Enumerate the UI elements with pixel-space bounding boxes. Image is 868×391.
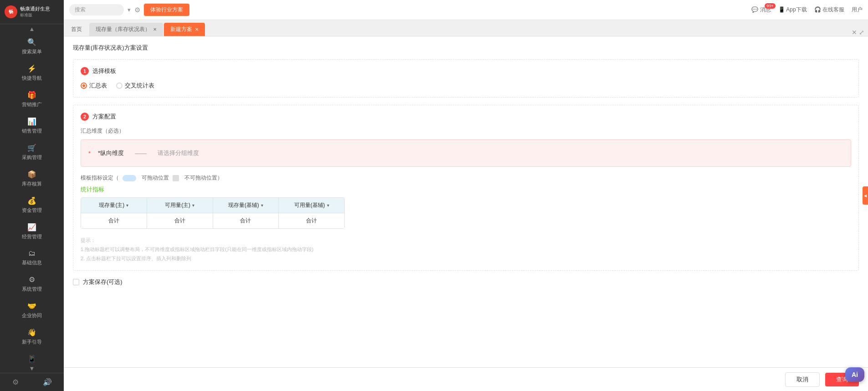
radio-crosstab[interactable]: 交叉统计表 [116,82,154,90]
vertical-label: *纵向维度 [98,149,124,157]
col1-chevron: ▾ [192,203,194,208]
step2-header: 2 方案配置 [81,113,851,121]
topbar-right: 💬 消息 99+ 📱 App下载 🎧 在线客服 用户 [751,6,863,14]
settings-icon[interactable]: ⚙ [12,378,19,386]
tab-new-scheme-close[interactable]: ✕ [195,27,199,32]
stats-title: 统计指标 [81,185,851,194]
col3-chevron: ▾ [327,203,329,208]
step1-header: 1 选择模板 [81,67,851,75]
required-star: * [88,150,91,157]
marketing-icon: 🎁 [27,91,36,99]
app-center-icon: 📱 [27,355,36,363]
radio-crosstab-dot [116,82,123,89]
sidebar-item-marketing[interactable]: 🎁 营销推广 [0,86,64,113]
basic-icon: 🗂 [28,249,36,257]
col2-chevron: ▾ [261,203,263,208]
cancel-button[interactable]: 取消 [785,372,820,387]
step2-num: 2 [81,113,89,121]
sidebar-item-quick-nav[interactable]: ⚡ 快捷导航 [0,60,64,86]
newbie-icon: 👋 [27,328,36,337]
stats-table-header: 现存量(主) ▾ 可用量(主) ▾ 现存量(基辅) ▾ 可用量(基辅) [81,198,344,213]
sidebar-scroll-down[interactable]: ▼ [0,364,64,373]
tab-home[interactable]: 首页 [65,23,88,36]
page-title: 现存量(库存状况表)方案设置 [73,44,859,52]
summary-dimension-label: 汇总维度（必选） [81,127,851,135]
sidebar-item-system[interactable]: ⚙ 系统管理 [0,271,64,297]
stats-col-3[interactable]: 可用量(基辅) ▾ [279,198,344,213]
sidebar-item-purchase[interactable]: 🛒 采购管理 [0,139,64,165]
tabbar-right: ✕ ⤢ [852,29,868,36]
search-icon: 🔍 [27,38,36,46]
sidebar-scroll-up[interactable]: ▲ [0,24,64,33]
company-icon: 🤝 [27,302,36,310]
sidebar-item-business[interactable]: 📈 经营管理 [0,218,64,245]
quick-nav-icon: ⚡ [27,64,36,73]
system-icon: ⚙ [29,275,35,284]
online-service-btn[interactable]: 🎧 在线客服 [814,6,844,14]
sidebar-logo: 畅 畅康通好生意 标准版 [0,0,64,24]
finance-icon: 💰 [27,196,36,205]
window-close-icon[interactable]: ✕ [852,29,857,36]
non-draggable-mark [173,175,179,181]
stats-cell-3: 合计 [279,213,344,228]
sidebar-item-finance[interactable]: 💰 资金管理 [0,192,64,218]
stats-cell-2: 合计 [213,213,279,228]
business-icon: 📈 [27,223,36,232]
col0-chevron: ▾ [126,203,128,208]
sidebar-item-basic[interactable]: 🗂 基础信息 [0,245,64,271]
tab-new-scheme[interactable]: 新建方案 ✕ [164,23,205,36]
stats-col-1[interactable]: 可用量(主) ▾ [147,198,213,213]
topbar-search-placeholder[interactable]: 搜索 [69,4,124,15]
message-icon: 💬 [751,6,758,13]
sidebar-item-search[interactable]: 🔍 搜索菜单 [0,33,64,60]
collapse-handle[interactable]: ◀ [863,186,868,205]
stats-table: 现存量(主) ▾ 可用量(主) ▾ 现存量(基辅) ▾ 可用量(基辅) [81,197,345,229]
stats-col-2[interactable]: 现存量(基辅) ▾ [213,198,279,213]
step1-section: 1 选择模板 汇总表 交叉统计表 [73,59,859,98]
main-area: 搜索 ▾ ⚙ 体验行业方案 💬 消息 99+ 📱 App下载 🎧 在线客服 用户 [64,0,868,391]
tab-inventory[interactable]: 现存量（库存状况表） ✕ [89,23,163,36]
dimension-box[interactable]: * *纵向维度 —— 请选择分组维度 [81,139,851,167]
radio-summary[interactable]: 汇总表 [81,82,107,90]
indicator-section: 模板指标设定（ 可拖动位置 不可拖动位置） 统计指标 现存量(主) ▾ 可用 [81,174,851,263]
topbar-gear-icon[interactable]: ⚙ [134,6,140,14]
headset-icon: 🎧 [814,6,821,13]
save-label: 方案保存(可选) [83,278,123,286]
tabbar: 首页 现存量（库存状况表） ✕ 新建方案 ✕ ✕ ⤢ [64,20,868,36]
logo-text: 畅康通好生意 标准版 [20,5,50,18]
messages-btn[interactable]: 💬 消息 99+ [751,6,771,14]
stats-cell-0: 合计 [81,213,147,228]
sidebar-item-sales[interactable]: 📊 销售管理 [0,113,64,139]
template-options: 汇总表 交叉统计表 [81,82,851,90]
draggable-badge [123,175,136,181]
ai-fab-button[interactable]: Ai [845,367,864,382]
stats-cell-1: 合计 [147,213,213,228]
save-checkbox[interactable] [73,279,79,285]
dimension-placeholder: 请选择分组维度 [158,149,199,157]
phone-icon: 📱 [778,6,785,13]
trial-btn[interactable]: 体验行业方案 [144,4,189,16]
sidebar-nav: 🔍 搜索菜单 ⚡ 快捷导航 🎁 营销推广 📊 销售管理 🛒 采购管理 📦 库存核… [0,33,64,364]
stats-col-0[interactable]: 现存量(主) ▾ [81,198,147,213]
window-expand-icon[interactable]: ⤢ [859,29,864,36]
sidebar: 畅 畅康通好生意 标准版 ▲ 🔍 搜索菜单 ⚡ 快捷导航 🎁 营销推广 📊 销售… [0,0,64,391]
topbar-chevron-icon[interactable]: ▾ [128,6,131,13]
logo-icon: 畅 [5,5,17,18]
indicator-label: 模板指标设定（ 可拖动位置 不可拖动位置） [81,174,851,182]
step1-num: 1 [81,67,89,75]
radio-summary-dot [81,82,87,89]
stats-table-row: 合计 合计 合计 合计 [81,213,344,228]
topbar: 搜索 ▾ ⚙ 体验行业方案 💬 消息 99+ 📱 App下载 🎧 在线客服 用户 [64,0,868,20]
sidebar-item-company[interactable]: 🤝 企业协同 [0,297,64,324]
footer-bar: 取消 查询 [64,367,868,391]
sidebar-item-inventory[interactable]: 📦 库存核算 [0,165,64,192]
sidebar-item-app-center[interactable]: 📱 应用中心 [0,350,64,364]
sales-icon: 📊 [27,117,36,126]
user-avatar[interactable]: 用户 [852,6,863,14]
app-download-btn[interactable]: 📱 App下载 [778,6,807,14]
tab-inventory-close[interactable]: ✕ [153,27,157,32]
sidebar-item-newbie[interactable]: 👋 新手引导 [0,324,64,350]
sidebar-bottom: ⚙ 🔊 [0,373,64,391]
step2-section: 2 方案配置 汇总维度（必选） * *纵向维度 —— 请选择分组维度 模板指标设… [73,105,859,271]
audio-icon[interactable]: 🔊 [43,378,52,386]
